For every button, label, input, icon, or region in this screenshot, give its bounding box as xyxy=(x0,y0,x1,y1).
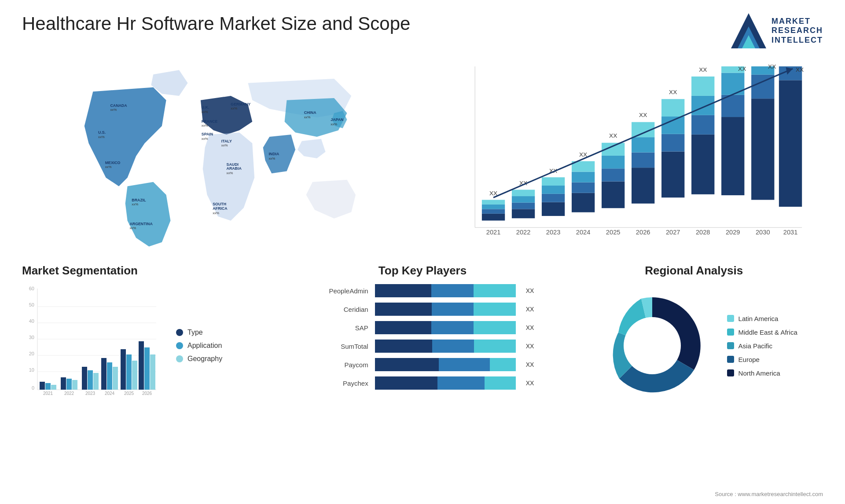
key-players-section: Top Key Players PeopleAdminXXCeridianXXS… xyxy=(294,264,552,407)
svg-rect-89 xyxy=(51,385,56,390)
regional-asia-pacific: Asia Pacific xyxy=(727,342,797,350)
saudi-label: SAUDI xyxy=(227,162,239,167)
canada-label: CANADA xyxy=(110,103,127,108)
india-label: INDIA xyxy=(268,152,279,156)
regional-label-latin: Latin America xyxy=(738,315,779,322)
bar-2021-seg2 xyxy=(482,209,505,213)
svg-text:xx%: xx% xyxy=(132,202,138,206)
player-bar-dark xyxy=(375,340,432,353)
bar-2022-seg1 xyxy=(512,209,535,218)
player-bar-mid xyxy=(432,303,474,316)
svg-text:XX: XX xyxy=(796,66,804,73)
player-name: SAP xyxy=(311,324,368,332)
player-bar-light xyxy=(485,376,516,390)
svg-rect-64 xyxy=(751,99,774,200)
player-bar-container xyxy=(375,284,516,297)
svg-rect-48 xyxy=(661,117,684,134)
bar-2021-seg4 xyxy=(482,200,505,204)
logo-line2: RESEARCH xyxy=(772,26,823,36)
svg-text:xx%: xx% xyxy=(304,115,311,119)
svg-rect-95 xyxy=(82,367,87,390)
regional-label-europe: Europe xyxy=(738,356,760,363)
svg-text:XX: XX xyxy=(639,112,647,118)
svg-rect-93 xyxy=(72,380,77,390)
regional-dot-asia xyxy=(727,342,734,349)
regional-label-asia: Asia Pacific xyxy=(738,342,773,350)
legend-geography-dot xyxy=(176,355,183,362)
header: Healthcare Hr Software Market Size and S… xyxy=(22,13,823,48)
svg-text:30: 30 xyxy=(29,335,34,340)
player-xx-label: XX xyxy=(526,380,534,387)
svg-rect-97 xyxy=(93,373,99,390)
svg-text:2031: 2031 xyxy=(783,229,798,236)
player-bar-dark xyxy=(375,303,432,316)
svg-rect-24 xyxy=(542,186,565,194)
legend-geography-label: Geography xyxy=(187,355,222,363)
bar-2022-seg3 xyxy=(512,196,535,203)
player-bar-light xyxy=(474,340,516,353)
player-bar-mid xyxy=(432,340,474,353)
svg-text:2025: 2025 xyxy=(606,229,621,236)
regional-label-mea: Middle East & Africa xyxy=(738,329,797,336)
player-bar-dark xyxy=(375,358,439,371)
player-row: PaychexXX xyxy=(311,376,534,390)
svg-text:xx%: xx% xyxy=(231,106,237,110)
svg-rect-29 xyxy=(572,183,595,193)
svg-rect-104 xyxy=(126,354,132,390)
seg-chart-area: 60 50 40 30 20 10 0 xyxy=(22,284,280,407)
svg-rect-53 xyxy=(691,115,714,135)
world-map-svg: CANADA xx% U.S. xx% MEXICO xx% BRAZIL xx… xyxy=(22,57,414,255)
legend-type-label: Type xyxy=(187,329,203,336)
logo-line3: INTELLECT xyxy=(772,36,823,45)
player-xx-label: XX xyxy=(526,287,534,294)
svg-text:xx%: xx% xyxy=(221,143,228,147)
svg-text:XX: XX xyxy=(768,63,776,70)
regional-section: Regional Analysis xyxy=(565,264,823,407)
player-bar-mid xyxy=(437,376,485,390)
player-bar-dark xyxy=(375,321,432,334)
source-line: Source : www.marketresearchintellect.com xyxy=(715,491,823,497)
southafrica-label: SOUTH xyxy=(213,202,226,206)
svg-text:2022: 2022 xyxy=(64,391,74,396)
svg-rect-47 xyxy=(661,134,684,152)
player-bar-light xyxy=(474,284,516,297)
player-xx-label: XX xyxy=(526,361,534,368)
brazil-label: BRAZIL xyxy=(132,198,146,202)
svg-text:60: 60 xyxy=(29,286,34,291)
svg-rect-40 xyxy=(632,168,654,204)
svg-rect-103 xyxy=(121,349,126,390)
svg-text:xx%: xx% xyxy=(105,165,112,169)
donut-hole xyxy=(624,317,681,374)
player-name: Ceridian xyxy=(311,306,368,313)
svg-rect-54 xyxy=(691,96,714,115)
svg-text:xx%: xx% xyxy=(129,226,136,230)
spain-label: SPAIN xyxy=(202,132,213,136)
svg-rect-28 xyxy=(572,193,595,212)
regional-title: Regional Analysis xyxy=(565,264,823,278)
bar-2022-seg2 xyxy=(512,203,535,209)
svg-rect-34 xyxy=(602,182,625,208)
map-section: CANADA xx% U.S. xx% MEXICO xx% BRAZIL xx… xyxy=(22,57,414,255)
logo-icon xyxy=(731,13,766,48)
player-row: CeridianXX xyxy=(311,303,534,316)
svg-rect-105 xyxy=(132,361,137,390)
japan-label: JAPAN xyxy=(331,117,343,122)
bottom-row: Market Segmentation 60 50 40 30 20 10 0 xyxy=(22,264,823,407)
legend-geography: Geography xyxy=(176,355,246,363)
segmentation-title: Market Segmentation xyxy=(22,264,280,278)
player-bar-light xyxy=(474,303,515,316)
legend-application: Application xyxy=(176,342,246,350)
key-players-title: Top Key Players xyxy=(311,264,534,278)
svg-text:xx%: xx% xyxy=(268,157,275,161)
svg-text:2026: 2026 xyxy=(636,229,650,236)
svg-rect-92 xyxy=(66,379,72,390)
svg-rect-46 xyxy=(661,152,684,198)
svg-text:AFRICA: AFRICA xyxy=(213,206,228,211)
bar-label-2022: 2022 xyxy=(516,229,531,236)
donut-svg xyxy=(591,284,714,407)
svg-text:2024: 2024 xyxy=(105,391,115,396)
player-name: Paychex xyxy=(311,380,368,387)
svg-rect-87 xyxy=(40,382,45,390)
france-label: FRANCE xyxy=(202,119,218,124)
regional-legend: Latin America Middle East & Africa Asia … xyxy=(727,315,797,377)
